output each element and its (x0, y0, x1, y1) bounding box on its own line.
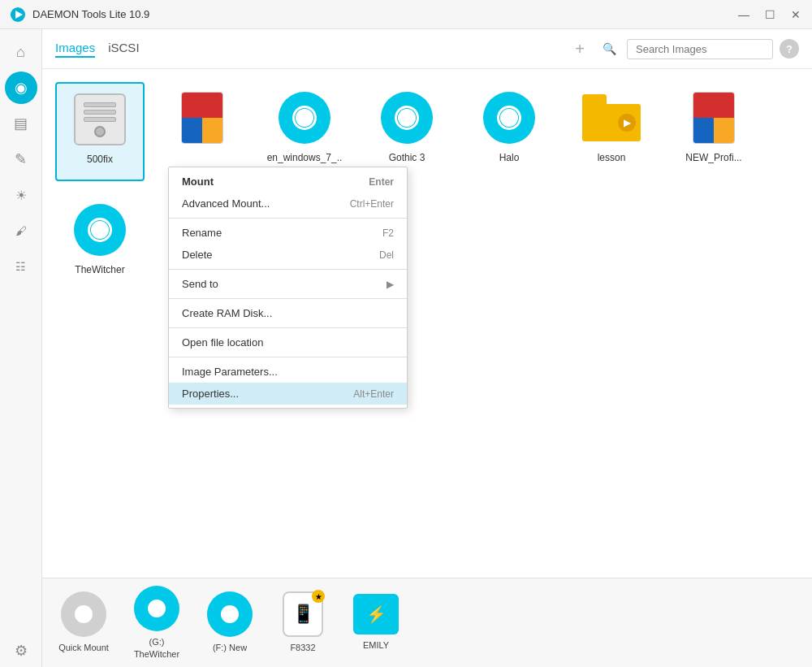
f8332-phone-icon: 📱 ★ (283, 591, 323, 637)
bottom-item-thewitcher-g[interactable]: (G:) TheWitcher (128, 586, 185, 660)
menu-separator-3 (169, 298, 407, 299)
f8332-label: F8332 (290, 642, 315, 653)
sidebar: ⌂ ◉ ▤ ✎ ☀ 🖌 ☷ ⚙ (0, 29, 42, 667)
menu-item-rename[interactable]: Rename F2 (169, 222, 407, 244)
new-f-disc-icon (207, 591, 253, 637)
sidebar-item-virtual[interactable]: ☷ (5, 250, 37, 283)
minimize-button[interactable]: — (737, 8, 750, 21)
sidebar-item-settings[interactable]: ⚙ (5, 635, 37, 667)
main-container: ⌂ ◉ ▤ ✎ ☀ 🖌 ☷ ⚙ Images iSCSI + 🔍 ? (0, 29, 812, 667)
toolbar: Images iSCSI + 🔍 ? (42, 29, 812, 69)
menu-item-open-file[interactable]: Open file location (169, 331, 407, 353)
context-menu: Mount Enter Advanced Mount... Ctrl+Enter… (168, 167, 408, 409)
image-item-lesson[interactable]: ▶ lesson (567, 82, 656, 181)
search-icon-button[interactable]: 🔍 (598, 37, 620, 60)
image-label-newprofi: NEW_Profi... (685, 152, 741, 163)
close-button[interactable]: ✕ (789, 8, 802, 21)
menu-delete-shortcut: Del (379, 249, 394, 261)
content-area: Images iSCSI + 🔍 ? (42, 29, 812, 667)
menu-advanced-mount-shortcut: Ctrl+Enter (350, 198, 394, 210)
menu-item-image-params[interactable]: Image Parameters... (169, 361, 407, 383)
image-label-gothic3: Gothic 3 (389, 152, 425, 163)
tab-images[interactable]: Images (55, 41, 95, 58)
image-icon-gothic3 (378, 89, 436, 147)
bottom-item-f8332[interactable]: 📱 ★ F8332 (274, 591, 331, 653)
thewitcher-g-label: (G:) TheWitcher (134, 636, 179, 660)
toolbar-actions: + 🔍 ? (568, 37, 799, 60)
quick-mount-label: Quick Mount (58, 642, 109, 653)
menu-separator-5 (169, 357, 407, 357)
image-label-lesson: lesson (598, 152, 626, 163)
image-item-thewitcher[interactable]: TheWitcher (55, 194, 145, 282)
images-area: 500fix (42, 69, 812, 578)
image-icon-lesson: ▶ (582, 89, 641, 147)
quick-mount-disc-icon (61, 591, 106, 637)
sidebar-item-edit[interactable]: ✎ (5, 143, 37, 175)
image-item-newprofi[interactable]: NEW_Profi... (669, 82, 758, 181)
new-f-label: (F:) New (213, 642, 247, 653)
bottombar: Quick Mount (G:) TheWitcher (F:) New 📱 ★… (42, 578, 812, 667)
menu-mount-shortcut: Enter (369, 176, 394, 188)
tabs: Images iSCSI (55, 41, 562, 58)
image-label-thewitcher: TheWitcher (75, 264, 124, 275)
menu-separator-4 (169, 327, 407, 328)
menu-separator-2 (169, 269, 407, 270)
image-icon-colorful (173, 89, 231, 147)
image-icon-newprofi (685, 89, 743, 147)
submenu-arrow-icon: ▶ (387, 279, 394, 290)
image-item-500fix[interactable]: 500fix (55, 82, 145, 181)
menu-delete-label: Delete (182, 249, 213, 261)
titlebar: DAEMON Tools Lite 10.9 — ☐ ✕ (0, 0, 812, 29)
menu-mount-label: Mount (182, 175, 214, 188)
add-button[interactable]: + (568, 37, 591, 60)
f8332-star-badge: ★ (312, 590, 325, 603)
bottom-item-emily[interactable]: ⚡ EMILY (348, 594, 404, 651)
emily-monitor-icon: ⚡ (353, 594, 399, 635)
images-grid: 500fix (55, 82, 799, 282)
menu-item-advanced-mount[interactable]: Advanced Mount... Ctrl+Enter (169, 193, 407, 214)
image-icon-windows (275, 89, 334, 147)
menu-open-file-label: Open file location (182, 336, 263, 349)
emily-label: EMILY (363, 639, 389, 651)
image-icon-halo (480, 89, 538, 147)
sidebar-item-hdd[interactable]: ▤ (5, 107, 37, 140)
sidebar-item-home[interactable]: ⌂ (5, 36, 37, 68)
sidebar-item-images[interactable]: ◉ (5, 71, 37, 104)
sidebar-item-usb[interactable]: 🖌 (5, 214, 37, 247)
bottom-item-quick-mount[interactable]: Quick Mount (55, 591, 112, 653)
image-item-halo[interactable]: Halo (464, 82, 554, 181)
menu-item-properties[interactable]: Properties... Alt+Enter (169, 383, 407, 405)
app-title: DAEMON Tools Lite 10.9 (32, 8, 737, 20)
menu-properties-label: Properties... (182, 388, 239, 400)
menu-separator-1 (169, 218, 407, 219)
menu-rename-label: Rename (182, 227, 222, 239)
menu-item-delete[interactable]: Delete Del (169, 244, 407, 266)
app-logo (10, 6, 26, 23)
menu-send-to-label: Send to (182, 278, 218, 290)
window-controls: — ☐ ✕ (737, 8, 802, 21)
menu-item-create-ram[interactable]: Create RAM Disk... (169, 302, 407, 324)
image-icon-thewitcher (71, 201, 129, 259)
menu-create-ram-label: Create RAM Disk... (182, 307, 272, 319)
thewitcher-g-disc-icon (134, 586, 179, 631)
bottom-item-new-f[interactable]: (F:) New (201, 591, 258, 653)
menu-advanced-mount-label: Advanced Mount... (182, 197, 270, 210)
image-icon-500fix (71, 90, 129, 149)
menu-item-send-to[interactable]: Send to ▶ (169, 273, 407, 295)
menu-properties-shortcut: Alt+Enter (353, 388, 394, 400)
menu-item-mount[interactable]: Mount Enter (169, 171, 407, 193)
menu-rename-shortcut: F2 (382, 227, 394, 239)
sidebar-item-burn[interactable]: ☀ (5, 179, 37, 211)
image-label-500fix: 500fix (87, 154, 113, 165)
search-input[interactable] (627, 39, 773, 59)
maximize-button[interactable]: ☐ (763, 8, 776, 21)
help-button[interactable]: ? (780, 39, 799, 58)
tab-iscsi[interactable]: iSCSI (108, 41, 139, 58)
image-label-halo: Halo (499, 152, 520, 163)
menu-image-params-label: Image Parameters... (182, 366, 278, 378)
